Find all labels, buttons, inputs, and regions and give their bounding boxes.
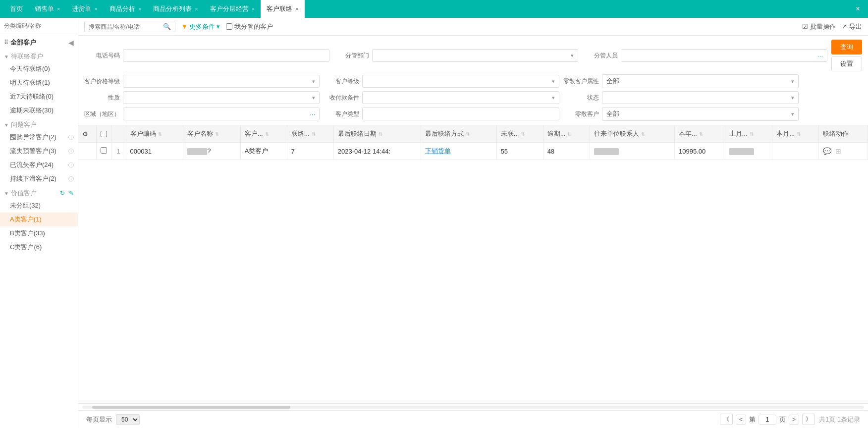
filter-nature: 性质 ▾ bbox=[84, 91, 320, 104]
filter-payment-select[interactable]: ▾ bbox=[362, 91, 559, 104]
value-group-refresh-icon[interactable]: ↻ bbox=[60, 190, 65, 197]
th-checkbox[interactable] bbox=[96, 125, 111, 143]
qr-icon[interactable]: ⊞ bbox=[835, 147, 841, 155]
sidebar-item-churning[interactable]: 流失预警客户(3) ⓘ bbox=[0, 144, 78, 158]
filter-customer-level-select[interactable]: ▾ bbox=[362, 75, 559, 88]
horizontal-scrollbar[interactable] bbox=[78, 403, 868, 410]
query-button[interactable]: 查询 bbox=[831, 40, 862, 54]
sidebar-item-ungrouped[interactable]: 未分组(32) bbox=[0, 199, 78, 213]
prev-page-btn[interactable]: < bbox=[736, 415, 746, 425]
sidebar-item-tomorrow[interactable]: 明天待联络(1) bbox=[0, 76, 78, 90]
export-btn[interactable]: ↗ 导出 bbox=[842, 22, 862, 31]
my-customers-checkbox[interactable] bbox=[226, 23, 232, 30]
this-month-sort-icon: ⇅ bbox=[797, 131, 801, 137]
window-close-button[interactable]: × bbox=[852, 4, 864, 13]
total-pages-label: 页 bbox=[779, 415, 786, 424]
row-checkbox[interactable] bbox=[101, 147, 107, 154]
my-customers-toggle[interactable]: 我分管的客户 bbox=[226, 22, 273, 31]
sidebar-search-input[interactable] bbox=[4, 22, 78, 29]
th-overdue[interactable]: 逾期... ⇅ bbox=[543, 125, 590, 143]
th-contact[interactable]: 联络... ⇅ bbox=[287, 125, 333, 143]
value-group-edit-icon[interactable]: ✎ bbox=[69, 190, 74, 197]
nav-customer-tier-close[interactable]: × bbox=[252, 6, 255, 12]
th-this-year[interactable]: 本年... ⇅ bbox=[675, 125, 725, 143]
th-type[interactable]: 客户... ⇅ bbox=[240, 125, 287, 143]
sidebar-group-pending[interactable]: ▼ 待联络客户 bbox=[0, 49, 78, 62]
nav-analysis-close[interactable]: × bbox=[138, 6, 141, 12]
filter-retail-select[interactable]: 全部 ▾ bbox=[602, 107, 799, 121]
th-settings[interactable]: ⚙ bbox=[78, 125, 96, 143]
sidebar-item-overdue[interactable]: 逾期未联络(30) bbox=[0, 104, 78, 117]
scroll-thumb[interactable] bbox=[92, 406, 290, 409]
sidebar-item-today[interactable]: 今天待联络(0) bbox=[0, 62, 78, 76]
filter-customer-type-input[interactable] bbox=[362, 107, 559, 120]
row-overdue-cell: 48 bbox=[543, 143, 590, 160]
filter-person-select[interactable]: ··· bbox=[621, 49, 827, 62]
sidebar-item-c-class[interactable]: C类客户(6) bbox=[0, 240, 78, 254]
sidebar-group-value[interactable]: ▼ 价值客户 ↻ ✎ bbox=[0, 186, 78, 199]
nav-customer-tier[interactable]: 客户分层经营 × bbox=[204, 0, 261, 18]
page-number-input[interactable] bbox=[759, 415, 776, 425]
row-checkbox-cell[interactable] bbox=[96, 143, 111, 160]
nav-sales[interactable]: 销售单 × bbox=[29, 0, 66, 18]
th-index bbox=[111, 125, 126, 143]
nav-analysis-list[interactable]: 商品分析列表 × bbox=[147, 0, 204, 18]
price-level-arrow-icon: ▾ bbox=[312, 78, 315, 85]
chat-icon[interactable]: 💬 bbox=[823, 147, 831, 155]
sidebar-item-declining[interactable]: 持续下滑客户(2) ⓘ bbox=[0, 172, 78, 186]
filter-region: 区域（地区） ··· bbox=[84, 107, 320, 120]
sidebar-item-7days[interactable]: 近7天待联络(0) bbox=[0, 90, 78, 104]
more-conditions-btn[interactable]: ▼ 更多条件 ▾ bbox=[181, 22, 220, 31]
page-label: 第 bbox=[749, 415, 756, 424]
th-last-month[interactable]: 上月... ⇅ bbox=[725, 125, 772, 143]
nav-analysis[interactable]: 商品分析 × bbox=[104, 0, 147, 18]
sidebar-group-problem[interactable]: ▼ 问题客户 bbox=[0, 117, 78, 130]
last-page-btn[interactable]: 》 bbox=[802, 414, 815, 425]
next-page-btn[interactable]: > bbox=[789, 415, 799, 425]
nav-purchase[interactable]: 进货单 × bbox=[66, 0, 103, 18]
th-last-method[interactable]: 最后联络方式 ⇅ bbox=[421, 125, 496, 143]
th-unit-contact[interactable]: 往来单位联系人 ⇅ bbox=[590, 125, 674, 143]
first-page-btn[interactable]: 《 bbox=[720, 414, 733, 425]
filter-nature-select[interactable]: ▾ bbox=[123, 91, 320, 104]
nav-customer-contact-close[interactable]: × bbox=[295, 6, 298, 12]
filter-phone-input[interactable] bbox=[123, 49, 329, 62]
sidebar-item-b-class[interactable]: B类客户(33) bbox=[0, 226, 78, 240]
filter-status: 状态 ▾ bbox=[563, 91, 799, 104]
sidebar-item-a-class[interactable]: A类客户(1) bbox=[0, 213, 78, 226]
last-method-link[interactable]: 下销货单 bbox=[425, 147, 451, 155]
sidebar: 🔍 ⠿ 全部客户 ◀ ▼ 待联络客户 今天待联络(0) 明天待联络(1) 近7天… bbox=[0, 18, 78, 428]
scroll-track bbox=[82, 406, 864, 409]
th-not-contacted[interactable]: 未联... ⇅ bbox=[496, 125, 543, 143]
sidebar-item-hoarding[interactable]: 囤购异常客户(2) ⓘ bbox=[0, 130, 78, 144]
setting-button[interactable]: 设置 bbox=[831, 56, 862, 71]
filter-search-input[interactable] bbox=[89, 23, 163, 30]
filter-dept: 分管部门 ▾ bbox=[333, 49, 579, 62]
nav-sales-close[interactable]: × bbox=[57, 6, 60, 12]
th-code[interactable]: 客户编码 ⇅ bbox=[126, 125, 183, 143]
select-all-checkbox[interactable] bbox=[101, 131, 107, 137]
th-last-date[interactable]: 最后联络日期 ⇅ bbox=[333, 125, 421, 143]
filter-price-level-select[interactable]: ▾ bbox=[123, 75, 320, 88]
filter-dept-select[interactable]: ▾ bbox=[372, 49, 579, 62]
filter-retail-attr-select[interactable]: 全部 ▾ bbox=[602, 74, 799, 88]
filter-search-icon[interactable]: 🔍 bbox=[163, 23, 171, 30]
per-page-select[interactable]: 50 bbox=[116, 414, 140, 425]
sidebar-item-churned[interactable]: 已流失客户(24) ⓘ bbox=[0, 158, 78, 172]
th-name[interactable]: 客户名称 ⇅ bbox=[183, 125, 241, 143]
payment-arrow-icon: ▾ bbox=[552, 95, 555, 101]
nav-analysis-list-close[interactable]: × bbox=[195, 6, 198, 12]
nav-customer-contact[interactable]: 客户联络 × bbox=[261, 0, 304, 18]
nav-home[interactable]: 首页 bbox=[4, 0, 29, 18]
region-more-icon: ··· bbox=[310, 110, 315, 118]
th-this-month[interactable]: 本月... ⇅ bbox=[772, 125, 819, 143]
unit-contact-sort-icon: ⇅ bbox=[641, 131, 645, 137]
sidebar-collapse-btn[interactable]: ◀ bbox=[68, 39, 74, 47]
nature-arrow-icon: ▾ bbox=[312, 95, 315, 101]
batch-ops-btn[interactable]: ☑ 批量操作 bbox=[802, 22, 836, 31]
filter-status-select[interactable]: ▾ bbox=[602, 91, 799, 104]
row-last-method-cell[interactable]: 下销货单 bbox=[421, 143, 496, 160]
nav-purchase-close[interactable]: × bbox=[94, 6, 97, 12]
churned-info-icon: ⓘ bbox=[68, 161, 74, 169]
filter-region-select[interactable]: ··· bbox=[123, 107, 320, 120]
